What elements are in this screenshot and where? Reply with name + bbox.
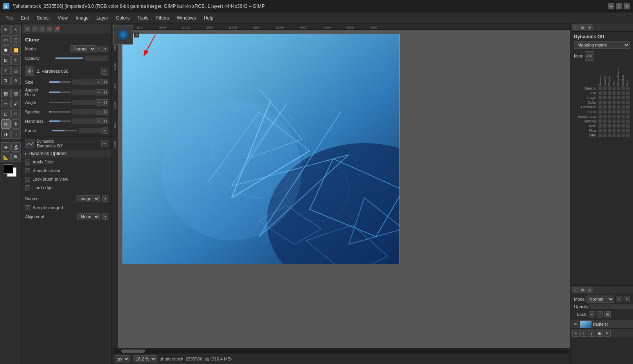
sample-merged-checkbox[interactable] xyxy=(25,205,30,210)
tool-ellipse-select[interactable]: ◯ xyxy=(11,35,21,45)
lock-brush-checkbox[interactable] xyxy=(25,177,30,182)
tool-resize[interactable]: ⤡ xyxy=(11,25,21,34)
cell-flow-1[interactable] xyxy=(603,129,607,133)
cell-color-5[interactable] xyxy=(621,100,625,104)
tool-free-select[interactable]: ⬟ xyxy=(1,45,11,55)
cell-hardness-0[interactable] xyxy=(598,105,602,109)
menu-layer[interactable]: Layer xyxy=(93,14,112,22)
cell-spacing-4[interactable] xyxy=(617,119,620,123)
hardness-reset-btn[interactable]: ↩ xyxy=(96,118,102,124)
menu-windows[interactable]: Windows xyxy=(173,14,200,22)
cell-size-0[interactable] xyxy=(598,91,602,95)
cell-size-5[interactable] xyxy=(621,91,625,95)
tool-crop[interactable]: ⊡ xyxy=(1,56,11,65)
maximize-button[interactable]: □ xyxy=(616,3,622,9)
cell-force-6[interactable] xyxy=(626,110,630,114)
cell-aspect-3[interactable] xyxy=(612,115,616,118)
tool-text[interactable]: A xyxy=(11,76,21,85)
zoom-select[interactable]: 18.2 % xyxy=(133,355,157,362)
force-value[interactable]: 50.0 xyxy=(79,128,102,133)
cell-spacing-0[interactable] xyxy=(598,119,602,123)
cell-aspect-5[interactable] xyxy=(621,115,625,118)
options-icon-4[interactable]: ⊟ xyxy=(47,26,53,32)
mapping-matrix-dropdown[interactable]: Mapping matrix xyxy=(574,41,630,49)
tool-zoom[interactable]: 🔍 xyxy=(11,152,21,162)
h-scrollbar-thumb[interactable] xyxy=(121,350,145,353)
unit-select[interactable]: px xyxy=(115,355,130,362)
menu-colors[interactable]: Colors xyxy=(112,14,134,22)
foreground-color[interactable] xyxy=(4,164,13,174)
cell-size-4[interactable] xyxy=(617,91,620,95)
tool-pencil[interactable]: ✏ xyxy=(1,99,11,108)
cell-aspect-2[interactable] xyxy=(608,115,611,118)
cell-hardness-5[interactable] xyxy=(621,105,625,109)
layer-mode-expand-btn[interactable]: ▾ xyxy=(624,296,630,302)
cell-jitter-6[interactable] xyxy=(626,133,630,137)
layer-add-btn[interactable]: + xyxy=(572,330,579,337)
cell-force-2[interactable] xyxy=(608,110,611,114)
cell-hardness-2[interactable] xyxy=(608,105,611,109)
spacing-reset-btn[interactable]: ↩ xyxy=(96,109,102,115)
cell-flow-5[interactable] xyxy=(621,129,625,133)
tool-rotate[interactable]: ↻ xyxy=(11,56,21,65)
cell-color-3[interactable] xyxy=(612,100,616,104)
cell-hardness-3[interactable] xyxy=(612,105,616,109)
layer-lower-btn[interactable]: ↓ xyxy=(588,330,595,337)
cell-opacity-2[interactable] xyxy=(608,86,611,90)
aspect-link-btn[interactable]: ⛓ xyxy=(102,89,108,95)
mode-dropdown[interactable]: Normal xyxy=(70,45,96,52)
source-dropdown[interactable]: Image xyxy=(76,195,100,202)
cell-hardness-6[interactable] xyxy=(626,105,630,109)
menu-help[interactable]: Help xyxy=(200,14,218,22)
cell-rate-0[interactable] xyxy=(598,124,602,128)
cell-opacity-1[interactable] xyxy=(603,86,607,90)
layer-item[interactable]: 👁 shutterst xyxy=(571,320,633,328)
opacity-slider[interactable] xyxy=(55,57,84,59)
brush-preview-close-btn[interactable]: ✕ xyxy=(134,32,139,38)
hard-edge-checkbox[interactable] xyxy=(25,185,30,190)
tool-colorpicker[interactable]: 🔬 xyxy=(11,142,21,152)
cell-size-2[interactable] xyxy=(608,91,611,95)
layers-btn[interactable]: ≡ xyxy=(572,287,579,293)
dynamics-edit-button[interactable]: ✏ xyxy=(101,140,108,147)
layer-duplicate-btn[interactable]: ⊞ xyxy=(596,330,603,337)
lock-pos-btn[interactable]: + xyxy=(597,311,603,317)
layer-opacity-value[interactable]: 100.0 xyxy=(590,304,633,309)
cell-jitter-5[interactable] xyxy=(621,133,625,137)
aspect-ratio-value[interactable]: 0.00 xyxy=(72,90,96,95)
lock-all-btn[interactable]: ⊞ xyxy=(604,311,611,317)
cell-angle-1[interactable] xyxy=(603,96,607,100)
cell-spacing-3[interactable] xyxy=(612,119,616,123)
spacing-link-btn[interactable]: ⛓ xyxy=(102,109,108,115)
tool-paths[interactable]: ◈ xyxy=(1,142,11,152)
cell-size-3[interactable] xyxy=(612,91,616,95)
size-slider[interactable] xyxy=(49,81,71,83)
h-scrollbar[interactable] xyxy=(112,348,570,353)
menu-view[interactable]: View xyxy=(54,14,72,22)
tool-clone[interactable]: ⧉ xyxy=(1,119,11,129)
hardness-value[interactable]: 50.0 xyxy=(72,118,96,124)
cell-color-0[interactable] xyxy=(598,100,602,104)
size-value[interactable]: 51.00 xyxy=(72,79,96,85)
cell-jitter-4[interactable] xyxy=(617,133,620,137)
cell-angle-5[interactable] xyxy=(621,96,625,100)
alignment-dropdown[interactable]: None xyxy=(77,213,100,220)
tool-move[interactable]: ✛ xyxy=(1,25,11,34)
minimize-button[interactable]: ─ xyxy=(608,3,614,9)
cell-flow-6[interactable] xyxy=(626,129,630,133)
cell-hardness-1[interactable] xyxy=(603,105,607,109)
cell-hardness-4[interactable] xyxy=(617,105,620,109)
cell-flow-2[interactable] xyxy=(608,129,611,133)
cell-angle-2[interactable] xyxy=(608,96,611,100)
tool-dodge[interactable]: ◑ xyxy=(1,129,11,139)
cell-opacity-5[interactable] xyxy=(621,86,625,90)
panel-layers-btn[interactable]: ≡ xyxy=(572,24,579,30)
cell-rate-2[interactable] xyxy=(608,124,611,128)
menu-filters[interactable]: Filters xyxy=(152,14,173,22)
layer-delete-btn[interactable]: × xyxy=(604,330,611,337)
cell-force-5[interactable] xyxy=(621,110,625,114)
mode-reset-btn[interactable]: ↩ xyxy=(96,46,102,52)
angle-slider[interactable] xyxy=(49,102,71,103)
cell-aspect-6[interactable] xyxy=(626,115,630,118)
cell-spacing-2[interactable] xyxy=(608,119,611,123)
